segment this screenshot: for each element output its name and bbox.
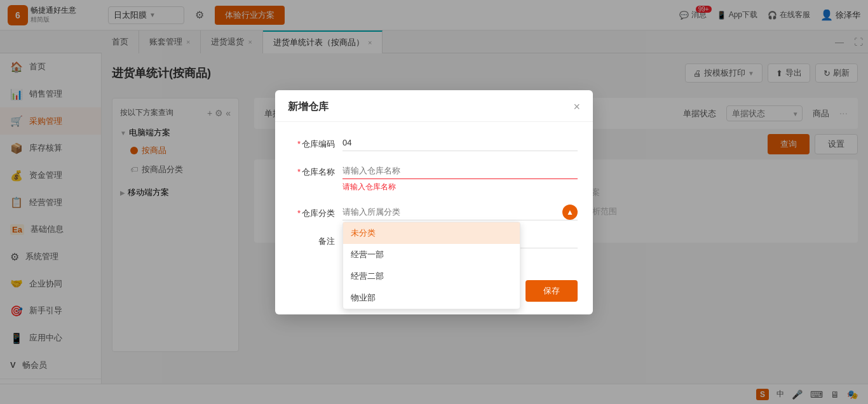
dialog-title: 新增仓库: [288, 100, 329, 114]
category-dropdown: 未分类 经营一部 经营二部 物业部: [342, 222, 520, 309]
dialog-body: 仓库编码 仓库名称 请输入仓库名称 仓库分类 ▲: [275, 122, 593, 273]
dropdown-option-dept1[interactable]: 经营一部: [343, 244, 520, 266]
category-arrow-icon[interactable]: ▲: [562, 205, 578, 220]
dropdown-option-dept2[interactable]: 经营二部: [343, 266, 520, 287]
name-field-row: 仓库名称 请输入仓库名称: [290, 163, 578, 192]
new-warehouse-dialog: 新增仓库 × 仓库编码 仓库名称 请输入仓库名称 仓库分类: [275, 90, 593, 314]
dialog-header: 新增仓库 ×: [275, 90, 593, 122]
dialog-close-button[interactable]: ×: [573, 100, 580, 114]
name-label: 仓库名称: [290, 163, 335, 178]
dropdown-option-uncategorized[interactable]: 未分类: [343, 222, 520, 244]
remark-label: 备注: [290, 232, 335, 247]
save-button[interactable]: 保存: [526, 280, 578, 302]
code-input[interactable]: [342, 135, 578, 151]
dropdown-option-property[interactable]: 物业部: [343, 287, 520, 309]
code-input-wrap: [342, 135, 578, 151]
category-input-wrap: ▲ 未分类 经营一部 经营二部 物业部: [342, 204, 578, 220]
name-input[interactable]: [342, 163, 578, 179]
code-label: 仓库编码: [290, 135, 335, 150]
name-input-wrap: 请输入仓库名称: [342, 163, 578, 192]
category-field-row: 仓库分类 ▲ 未分类 经营一部 经营二部 物业部: [290, 204, 578, 220]
name-error-message: 请输入仓库名称: [342, 182, 578, 192]
code-field-row: 仓库编码: [290, 135, 578, 151]
category-input[interactable]: [342, 204, 578, 220]
category-label: 仓库分类: [290, 204, 335, 219]
